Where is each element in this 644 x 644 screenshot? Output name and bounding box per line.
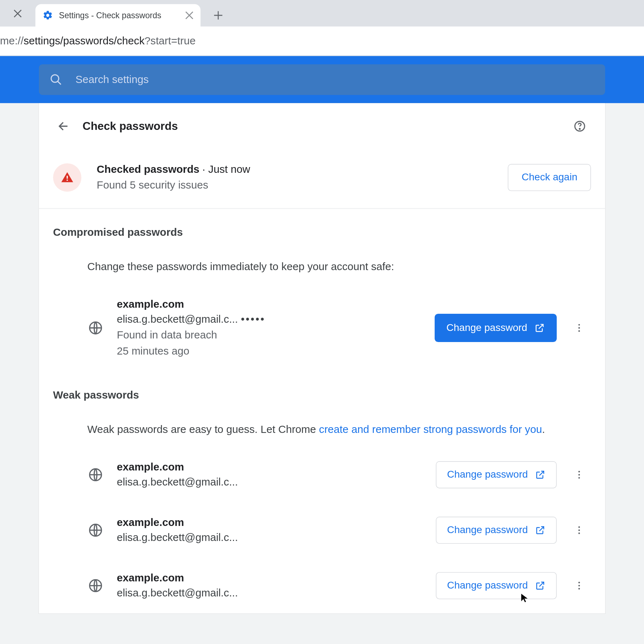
page-body: Check passwords Checked passwords · Just…: [0, 103, 644, 644]
svg-point-13: [579, 477, 580, 478]
tab-strip: Settings - Check passwords: [0, 0, 644, 26]
svg-point-21: [579, 588, 580, 589]
tab-title: Settings - Check passwords: [59, 11, 179, 20]
arrow-left-icon: [57, 120, 70, 133]
globe-icon: [88, 468, 103, 482]
check-again-button[interactable]: Check again: [508, 164, 591, 191]
account-line: elisa.g.beckett@gmail.c...: [117, 531, 436, 544]
account-line: elisa.g.beckett@gmail.c... •••••: [117, 313, 434, 326]
back-button[interactable]: [53, 116, 74, 137]
account-line: elisa.g.beckett@gmail.c...: [117, 587, 436, 599]
site-name: example.com: [117, 298, 434, 311]
globe-icon: [88, 579, 103, 593]
search-icon: [49, 73, 62, 86]
button-label: Change password: [447, 524, 528, 536]
row-menu-button[interactable]: [567, 574, 591, 597]
help-button[interactable]: [569, 115, 591, 137]
warning-triangle-icon: [60, 170, 74, 185]
close-icon[interactable]: [185, 11, 194, 19]
change-password-button[interactable]: Change password: [436, 572, 557, 599]
site-icon: [87, 577, 104, 594]
open-external-icon: [534, 323, 545, 333]
compromised-heading: Compromised passwords: [53, 226, 591, 239]
more-vertical-icon: [574, 580, 585, 591]
close-icon: [14, 9, 22, 18]
button-label: Change password: [447, 580, 528, 591]
svg-point-16: [579, 530, 580, 531]
svg-rect-4: [67, 176, 68, 179]
svg-point-15: [579, 526, 580, 528]
weak-subtitle: Weak passwords are easy to guess. Let Ch…: [87, 422, 591, 438]
svg-point-7: [579, 324, 580, 326]
previous-tab-close[interactable]: [0, 0, 35, 26]
weak-row: example.com elisa.g.beckett@gmail.c... C…: [53, 564, 591, 608]
site-name: example.com: [117, 517, 436, 529]
site-icon: [87, 467, 104, 483]
active-tab[interactable]: Settings - Check passwords: [35, 4, 201, 27]
svg-point-0: [51, 75, 59, 82]
more-vertical-icon: [574, 525, 585, 536]
globe-icon: [88, 321, 103, 335]
site-name: example.com: [117, 461, 436, 474]
site-icon: [87, 522, 104, 538]
compromised-subtitle: Change these passwords immediately to ke…: [87, 259, 591, 275]
open-external-icon: [535, 580, 546, 591]
status-title-line: Checked passwords · Just now: [97, 164, 508, 176]
weak-row: example.com elisa.g.beckett@gmail.c... C…: [53, 453, 591, 497]
button-label: Change password: [447, 322, 527, 334]
svg-point-8: [579, 327, 580, 328]
address-text: me://settings/passwords/check?start=true: [0, 35, 196, 47]
site-icon: [87, 319, 104, 336]
warning-badge: [53, 164, 81, 192]
row-menu-button[interactable]: [567, 518, 591, 542]
svg-rect-5: [67, 180, 68, 181]
breach-time: 25 minutes ago: [117, 345, 434, 357]
search-settings[interactable]: [39, 64, 605, 95]
new-tab-button[interactable]: [209, 6, 228, 25]
globe-icon: [88, 523, 103, 537]
address-bar[interactable]: me://settings/passwords/check?start=true: [0, 26, 644, 56]
weak-row: example.com elisa.g.beckett@gmail.c... C…: [53, 508, 591, 552]
help-icon: [573, 120, 586, 133]
open-external-icon: [535, 525, 546, 536]
settings-gear-icon: [43, 10, 53, 21]
plus-icon: [214, 11, 223, 20]
breach-reason: Found in data breach: [117, 329, 434, 342]
account-line: elisa.g.beckett@gmail.c...: [117, 476, 436, 488]
row-menu-button[interactable]: [567, 463, 591, 487]
strong-passwords-link[interactable]: create and remember strong passwords for…: [319, 424, 542, 435]
svg-point-17: [579, 532, 580, 534]
svg-line-1: [58, 81, 61, 84]
svg-point-12: [579, 474, 580, 475]
search-input[interactable]: [75, 73, 595, 86]
settings-card: Check passwords Checked passwords · Just…: [39, 103, 605, 613]
site-name: example.com: [117, 572, 436, 585]
change-password-button[interactable]: Change password: [436, 461, 557, 488]
svg-point-19: [579, 582, 580, 583]
svg-point-3: [579, 128, 580, 129]
change-password-button[interactable]: Change password: [435, 314, 557, 342]
button-label: Change password: [447, 469, 528, 480]
change-password-button[interactable]: Change password: [436, 517, 557, 544]
settings-header: [0, 56, 644, 103]
open-external-icon: [535, 469, 546, 480]
compromised-row: example.com elisa.g.beckett@gmail.c... •…: [53, 290, 591, 366]
more-vertical-icon: [574, 469, 585, 480]
svg-point-9: [579, 330, 580, 332]
weak-heading: Weak passwords: [53, 389, 591, 402]
page-title: Check passwords: [83, 120, 569, 133]
status-detail: Found 5 security issues: [97, 179, 508, 192]
row-menu-button[interactable]: [567, 316, 591, 340]
more-vertical-icon: [574, 323, 585, 333]
svg-point-11: [579, 471, 580, 472]
svg-point-20: [579, 585, 580, 586]
